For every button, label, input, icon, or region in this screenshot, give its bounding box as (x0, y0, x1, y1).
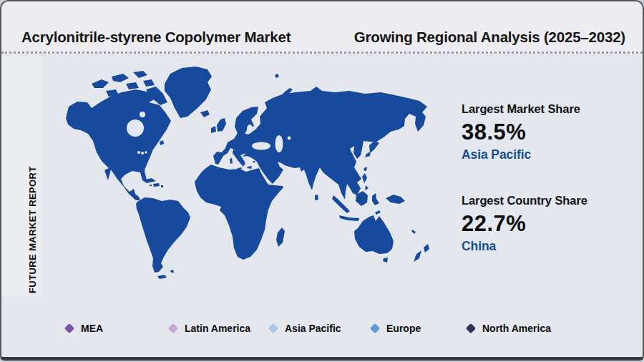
madagascar (276, 228, 285, 247)
infographic-frame: Acrylonitrile-styrene Copolymer Market G… (0, 0, 644, 361)
greenland (165, 67, 212, 118)
header: Acrylonitrile-styrene Copolymer Market G… (1, 1, 643, 54)
tierra-del-fuego (157, 270, 174, 279)
iceland (200, 110, 210, 117)
stat-region: Asia Pacific (462, 147, 640, 162)
stat-largest-country-share: Largest Country Share 22.7% China (462, 194, 640, 254)
great-lakes (145, 151, 147, 154)
hudson-bay (127, 119, 144, 137)
great-britain (217, 118, 226, 132)
legend: MEA Latin America Asia Pacific Europe No… (1, 321, 643, 336)
world-map-svg (66, 62, 452, 298)
legend-item-north-america: North America (467, 321, 551, 336)
stat-region: China (462, 239, 640, 254)
caspian-sea (275, 135, 283, 152)
baltic-sea (247, 124, 253, 133)
world-map (66, 62, 452, 298)
legend-label: Asia Pacific (285, 323, 341, 334)
diamond-marker-icon (168, 323, 178, 333)
great-lakes (137, 151, 140, 154)
black-sea (252, 142, 270, 150)
ireland (211, 126, 216, 133)
java (339, 215, 359, 221)
taiwan (364, 167, 367, 171)
legend-label: Latin America (185, 323, 250, 334)
title-left: Acrylonitrile-styrene Copolymer Market (21, 29, 291, 46)
diamond-marker-icon (466, 323, 476, 333)
legend-label: North America (482, 323, 551, 334)
diamond-marker-icon (370, 323, 380, 333)
stat-value: 38.5% (462, 119, 640, 145)
stats-panel: Largest Market Share 38.5% Asia Pacific … (462, 102, 640, 278)
tasmania (383, 258, 388, 263)
diamond-marker-icon (268, 323, 278, 333)
continent-south-america (136, 197, 190, 273)
aral-sea (288, 137, 291, 140)
philippines (362, 173, 369, 190)
sri-lanka (315, 195, 318, 200)
vertical-watermark: FUTURE MARKET REPORT (23, 165, 42, 293)
title-right: Growing Regional Analysis (2025–2032) (354, 29, 625, 46)
sulawesi (372, 193, 379, 205)
sumatra (332, 195, 350, 213)
australia (354, 215, 394, 254)
stat-largest-market-share: Largest Market Share 38.5% Asia Pacific (462, 102, 640, 162)
stat-label: Largest Country Share (462, 194, 640, 207)
legend-item-europe: Europe (371, 321, 421, 336)
stat-label: Largest Market Share (462, 102, 640, 116)
new-zealand (414, 244, 429, 262)
timor (375, 210, 381, 215)
legend-label: MEA (81, 323, 103, 334)
legend-label: Europe (386, 323, 421, 334)
legend-item-mea: MEA (66, 321, 103, 336)
newfoundland (160, 140, 164, 145)
stat-value: 22.7% (462, 211, 640, 237)
legend-item-asia-pacific: Asia Pacific (270, 321, 341, 336)
new-caledonia (411, 230, 416, 234)
foxe-basin (140, 112, 145, 117)
great-lakes (141, 152, 144, 155)
legend-item-latin-america: Latin America (170, 321, 250, 336)
new-guinea (386, 195, 405, 204)
diamond-marker-icon (64, 323, 74, 333)
